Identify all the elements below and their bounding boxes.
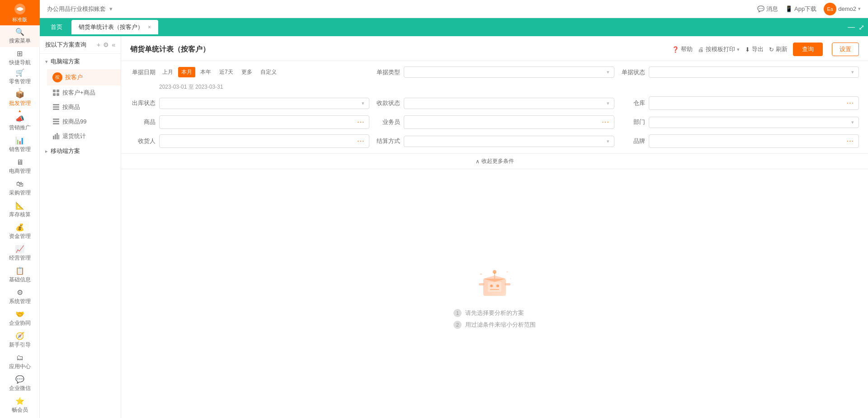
svg-rect-10 <box>53 123 59 124</box>
svg-point-17 <box>490 285 493 287</box>
refresh-btn[interactable]: ↻ 刷新 <box>769 45 788 53</box>
tab-active[interactable]: 销货单统计表（按客户） × <box>71 20 158 34</box>
tree-item-by-product99[interactable]: 按商品99 <box>47 114 121 129</box>
brand-dots[interactable]: ··· <box>847 137 854 145</box>
goods-select[interactable]: ··· <box>159 115 369 129</box>
date-tab-this-month[interactable]: 本月 <box>178 67 195 77</box>
settlement-chevron: ▾ <box>607 138 609 144</box>
sidebar-item-wholesale[interactable]: 📦 批发管理 ▴ <box>0 90 40 112</box>
filter-out-status: 出库状态 ▾ <box>130 96 369 110</box>
sidebar-item-retail[interactable]: 🛒 零售管理 ▾ <box>0 69 40 90</box>
app-download-label: App下载 <box>794 5 816 13</box>
out-status-select[interactable]: ▾ <box>159 98 369 109</box>
collapse-panel-icon[interactable]: « <box>112 41 115 48</box>
order-status-select[interactable]: ▾ <box>649 66 859 78</box>
tree-section-mobile-label: 移动端方案 <box>51 147 80 155</box>
department-select[interactable]: ▾ <box>649 117 859 128</box>
receiver-dots[interactable]: ··· <box>357 137 364 145</box>
tree-child-label: 退货统计 <box>62 132 86 140</box>
sidebar-item-marketing[interactable]: 📣 营销推广 <box>0 112 40 134</box>
sidebar-item-system[interactable]: ⚙ 系统管理 <box>0 286 40 308</box>
print-dropdown-icon: ▾ <box>737 47 740 52</box>
export-btn[interactable]: ⬇ 导出 <box>745 45 764 53</box>
user-menu[interactable]: Ea demo2 ▾ <box>824 3 861 15</box>
sidebar-item-sales[interactable]: 📊 销售管理 <box>0 134 40 156</box>
date-tab-last7[interactable]: 近7天 <box>216 67 236 77</box>
sales-icon: 📊 <box>15 136 24 145</box>
sidebar-item-ops[interactable]: 📈 经营管理 <box>0 242 40 264</box>
svg-point-25 <box>507 271 508 273</box>
tree-item-returns[interactable]: 退货统计 <box>47 129 121 143</box>
industry-dropdown-icon[interactable]: ▾ <box>109 5 113 12</box>
sidebar-item-label: 电商管理 <box>9 167 31 175</box>
main-area: 办公用品行业模拟账套 ▾ 💬 消息 📱 App下载 Ea demo2 ▾ 首页 … <box>40 0 868 418</box>
date-tab-last-month[interactable]: 上月 <box>159 67 176 77</box>
query-button[interactable]: 查询 <box>793 43 823 56</box>
tab-minimize-btn[interactable]: — <box>848 23 855 31</box>
add-scheme-icon[interactable]: + <box>97 41 100 48</box>
sidebar-item-finance[interactable]: 💰 资金管理 <box>0 221 40 242</box>
tree-item-by-product[interactable]: 按商品 <box>47 100 121 114</box>
help-btn[interactable]: ❓ 帮助 <box>672 45 693 53</box>
tree-item-by-customer-product[interactable]: 按客户+商品 <box>47 86 121 100</box>
filter-row-4: 收货人 ··· 结算方式 ▾ 品牌 <box>130 134 859 148</box>
app-download-btn[interactable]: 📱 App下载 <box>785 5 816 13</box>
industry-label: 办公用品行业模拟账套 <box>47 5 106 13</box>
sidebar-item-apps[interactable]: 🗂 应用中心 <box>0 351 40 373</box>
svg-rect-4 <box>57 93 59 96</box>
sidebar-item-label: 基础信息 <box>9 276 31 284</box>
payment-status-chevron: ▾ <box>607 100 609 106</box>
sidebar-item-search[interactable]: 🔍 搜索菜单 <box>0 25 40 47</box>
tree-child-label: 按商品 <box>62 103 80 111</box>
date-tab-more[interactable]: 更多 <box>238 67 255 77</box>
tree-section-pc[interactable]: ▾ 电脑端方案 <box>40 54 121 69</box>
inventory-icon: 📐 <box>15 201 24 210</box>
tab-home[interactable]: 首页 <box>43 20 70 34</box>
tree-section-mobile[interactable]: ▸ 移动端方案 <box>40 143 121 159</box>
print-icon: 🖨 <box>698 46 704 53</box>
salesperson-select[interactable]: ··· <box>404 115 614 129</box>
salesperson-dots[interactable]: ··· <box>602 118 609 126</box>
payment-status-select[interactable]: ▾ <box>404 98 614 109</box>
receiver-select[interactable]: ··· <box>159 134 369 148</box>
date-tab-custom[interactable]: 自定义 <box>257 67 280 77</box>
order-type-label: 单据类型 <box>375 68 400 76</box>
brand-select[interactable]: ··· <box>649 134 859 148</box>
settlement-select[interactable]: ▾ <box>404 136 614 147</box>
sidebar-item-guide[interactable]: 🧭 新手引导 <box>0 329 40 351</box>
order-type-select[interactable]: ▾ <box>404 66 614 78</box>
department-label: 部门 <box>620 118 645 126</box>
sidebar-item-label: 企业微信 <box>9 385 31 392</box>
settings-button[interactable]: 设置 <box>832 43 859 56</box>
sidebar-item-inventory[interactable]: 📐 库存核算 <box>0 199 40 221</box>
sidebar-item-ecommerce[interactable]: 🖥 电商管理 <box>0 156 40 177</box>
collapse-bar[interactable]: ∧ 收起更多条件 <box>121 154 868 169</box>
warehouse-select[interactable]: ··· <box>649 96 859 110</box>
ecommerce-icon: 🖥 <box>16 158 24 166</box>
sidebar-item-nav[interactable]: ⊞ 快捷导航 <box>0 47 40 69</box>
svg-rect-12 <box>55 134 56 139</box>
warehouse-dots[interactable]: ··· <box>847 99 854 107</box>
date-tab-this-year[interactable]: 本年 <box>197 67 214 77</box>
topbar: 办公用品行业模拟账套 ▾ 💬 消息 📱 App下载 Ea demo2 ▾ <box>40 0 868 18</box>
filter-warehouse: 仓库 ··· <box>620 96 859 110</box>
tab-close-icon[interactable]: × <box>148 24 151 30</box>
settings-scheme-icon[interactable]: ⚙ <box>103 41 109 48</box>
tab-maximize-btn[interactable]: ⤢ <box>859 23 864 32</box>
tree-child-label: 按客户 <box>65 73 83 81</box>
sidebar-item-vip[interactable]: ⭐ 畅会员 <box>0 394 40 416</box>
sidebar-item-coop[interactable]: 🤝 企业协同 <box>0 308 40 329</box>
salesperson-label: 业务员 <box>375 118 400 126</box>
message-btn[interactable]: 💬 消息 <box>757 5 778 13</box>
sidebar-item-basic[interactable]: 📋 基础信息 <box>0 264 40 286</box>
sidebar-item-purchase[interactable]: 🛍 采购管理 <box>0 177 40 199</box>
sidebar-item-label: 库存核算 <box>9 211 31 218</box>
tree-item-by-customer[interactable]: 按 按客户 <box>47 69 121 86</box>
sidebar-item-wechat[interactable]: 💬 企业微信 <box>0 373 40 394</box>
sidebar-item-label: 营销推广 <box>9 124 31 132</box>
collapse-up-icon: ∧ <box>476 158 480 165</box>
goods-dots[interactable]: ··· <box>357 118 364 126</box>
grid-icon <box>52 89 60 96</box>
nav-icon: ⊞ <box>17 49 23 58</box>
print-btn[interactable]: 🖨 按模板打印 ▾ <box>698 45 740 53</box>
